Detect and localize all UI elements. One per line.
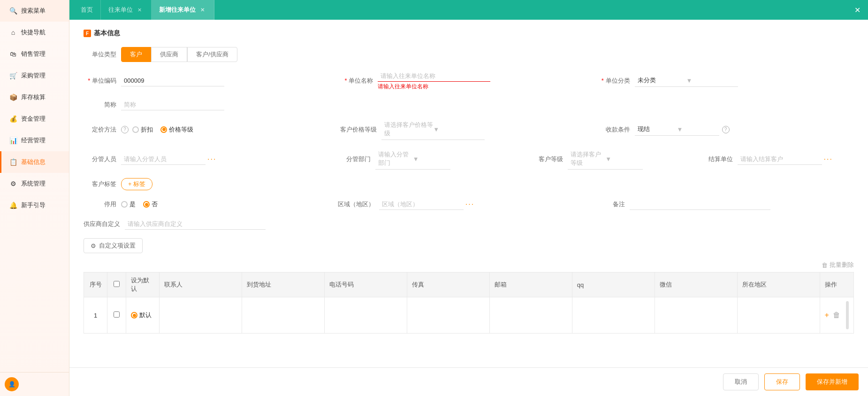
table-header: 序号 设为默认 联系人 到货地址 电话号码 传真 邮箱 qq 微信 所在地区 操… xyxy=(84,272,854,297)
row-default-radio[interactable]: 默认 xyxy=(131,311,154,319)
row-email[interactable] xyxy=(489,297,572,334)
manager-input[interactable] xyxy=(121,154,206,165)
unit-type-buttons: 客户 供应商 客户/供应商 xyxy=(121,47,237,62)
region-ellipsis-button[interactable]: ··· xyxy=(464,200,476,209)
user-avatar: 👤 xyxy=(5,377,19,391)
sidebar-item-finance[interactable]: 💰 资金管理 xyxy=(0,108,69,130)
btn-type-customer[interactable]: 客户 xyxy=(121,47,151,62)
unit-category-select[interactable]: 未分类 ▼ xyxy=(635,74,738,87)
row-qq[interactable] xyxy=(572,297,655,334)
home-icon: ⌂ xyxy=(9,28,17,37)
remark-col: 备注 xyxy=(592,199,854,210)
pricing-radio-discount[interactable]: 折扣 xyxy=(132,125,153,134)
disabled-yes[interactable]: 是 xyxy=(121,200,136,209)
row-delete-button[interactable]: 🗑 xyxy=(833,311,840,319)
email-input[interactable] xyxy=(495,312,567,319)
guide-icon: 🔔 xyxy=(9,201,17,210)
supplier-custom-input[interactable] xyxy=(125,218,266,230)
row-add-button[interactable]: + xyxy=(825,311,829,319)
row-actions: + 🗑 xyxy=(820,297,853,334)
sidebar-item-sales[interactable]: 🛍 销售管理 xyxy=(0,43,69,65)
row-fax[interactable] xyxy=(407,297,489,334)
add-tag-button[interactable]: + 标签 xyxy=(121,178,152,190)
sidebar-item-system[interactable]: ⚙ 系统管理 xyxy=(0,173,69,194)
disabled-radio-group: 是 否 xyxy=(121,200,158,209)
unit-name-input[interactable] xyxy=(378,70,490,82)
level-label: 价格等级 xyxy=(169,125,193,134)
region-input[interactable] xyxy=(379,199,464,210)
row-area[interactable] xyxy=(737,297,820,334)
tab-home[interactable]: 首页 xyxy=(73,0,101,20)
department-arrow-icon: ▼ xyxy=(413,155,448,163)
row-wechat[interactable] xyxy=(655,297,737,334)
batch-delete-icon: 🗑 xyxy=(822,262,828,269)
sales-icon: 🛍 xyxy=(9,50,17,58)
sidebar-item-search[interactable]: 🔍 搜索菜单 xyxy=(0,0,69,22)
unit-code-input[interactable] xyxy=(121,75,224,86)
customer-price-select[interactable]: 请选择客户价格等级 ▼ xyxy=(381,119,485,140)
select-all-checkbox[interactable] xyxy=(114,281,120,287)
finance-icon: 💰 xyxy=(9,115,17,123)
settlement-ellipsis-button[interactable]: ··· xyxy=(822,155,835,163)
sidebar-item-purchase[interactable]: 🛒 采购管理 xyxy=(0,65,69,86)
sidebar-item-quicknav[interactable]: ⌂ 快捷导航 xyxy=(0,22,69,43)
pricing-help-icon[interactable]: ? xyxy=(121,126,129,133)
unit-code-label: 单位编码 xyxy=(84,77,121,85)
inventory-icon: 📦 xyxy=(9,93,17,101)
settlement-unit-input[interactable] xyxy=(738,154,822,165)
address-input[interactable] xyxy=(247,312,320,319)
tab-contacts-close[interactable]: ✕ xyxy=(136,6,144,14)
wechat-input[interactable] xyxy=(660,312,732,319)
manager-ellipsis-button[interactable]: ··· xyxy=(206,155,218,163)
pricing-radio-level[interactable]: 价格等级 xyxy=(160,125,193,134)
batch-delete-label[interactable]: 批量删除 xyxy=(830,261,854,269)
short-name-input[interactable] xyxy=(121,99,224,110)
yes-circle xyxy=(121,201,128,208)
payment-terms-col: 收款条件 现结 ▼ ? xyxy=(597,123,854,136)
phone-input[interactable] xyxy=(329,312,402,319)
fax-input[interactable] xyxy=(412,312,485,319)
col-wechat: 微信 xyxy=(655,272,737,297)
area-input[interactable] xyxy=(742,312,815,319)
pricing-method-label: 定价方法 xyxy=(84,125,121,134)
row-checkbox[interactable] xyxy=(114,311,120,318)
disabled-no[interactable]: 否 xyxy=(143,200,158,209)
sidebar-item-guide[interactable]: 🔔 新手引导 xyxy=(0,194,69,216)
pricing-radio-group: 折扣 价格等级 xyxy=(132,125,193,134)
tab-contacts[interactable]: 往来单位 ✕ xyxy=(101,0,152,20)
remark-input[interactable] xyxy=(630,199,770,210)
window-close-button[interactable]: ✕ xyxy=(851,4,864,16)
contacts-table: 序号 设为默认 联系人 到货地址 电话号码 传真 邮箱 qq 微信 所在地区 操… xyxy=(84,272,854,334)
btn-type-both[interactable]: 客户/供应商 xyxy=(187,47,237,62)
payment-help-icon[interactable]: ? xyxy=(722,126,730,133)
level-radio-dot xyxy=(162,128,166,131)
row-phone[interactable] xyxy=(324,297,407,334)
department-select[interactable]: 请输入分管部门 ▼ xyxy=(375,148,450,170)
region-col: 区域（地区） ··· xyxy=(338,199,592,210)
qq-input[interactable] xyxy=(577,312,650,319)
payment-terms-select[interactable]: 现结 ▼ xyxy=(635,123,719,136)
custom-settings-button[interactable]: ⚙ 自定义项设置 xyxy=(84,238,143,253)
sidebar-item-basicinfo[interactable]: 📋 基础信息 xyxy=(0,151,69,173)
region-label: 区域（地区） xyxy=(338,200,379,209)
unit-type-label: 单位类型 xyxy=(84,50,121,59)
row-num: 1 xyxy=(84,297,107,334)
sidebar-item-inventory[interactable]: 📦 库存核算 xyxy=(0,86,69,108)
col-email: 邮箱 xyxy=(489,272,572,297)
sidebar-item-operation[interactable]: 📊 经营管理 xyxy=(0,130,69,151)
tab-new-contact[interactable]: 新增往来单位 ✕ xyxy=(152,0,214,20)
col-qq: qq xyxy=(572,272,655,297)
btn-type-supplier[interactable]: 供应商 xyxy=(151,47,187,62)
row-address[interactable] xyxy=(242,297,325,334)
main-area: 首页 往来单位 ✕ 新增往来单位 ✕ ✕ F 基本信息 单位类型 客户 供应商 … xyxy=(69,0,868,396)
contact-input[interactable] xyxy=(164,312,237,319)
customer-price-label: 客户价格等级 xyxy=(340,125,381,134)
col-default: 设为默认 xyxy=(126,272,160,297)
tab-new-contact-close[interactable]: ✕ xyxy=(198,6,206,14)
save-button[interactable]: 保存 xyxy=(764,373,800,390)
cancel-button[interactable]: 取消 xyxy=(723,373,759,390)
customer-level-select[interactable]: 请选择客户等级 ▼ xyxy=(568,148,643,170)
unit-name-error: 请输入往来单位名称 xyxy=(378,83,490,91)
save-new-button[interactable]: 保存并新增 xyxy=(806,373,859,390)
row-contact[interactable] xyxy=(160,297,242,334)
